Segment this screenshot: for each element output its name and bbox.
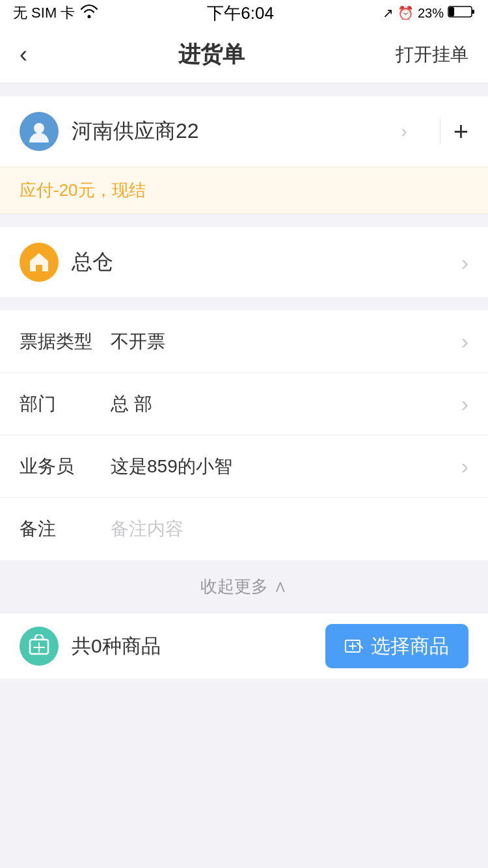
form-section: 票据类型 不开票 部门 总 部 业务员 这是859的小智 备注 备注内容	[0, 310, 488, 560]
bottom-bar: 共0种商品 选择商品	[0, 614, 488, 679]
supplier-chevron-icon: ›	[401, 121, 407, 142]
main-background	[0, 679, 488, 868]
remark-row[interactable]: 备注 备注内容	[0, 498, 488, 560]
invoice-type-row[interactable]: 票据类型 不开票	[0, 310, 488, 373]
warehouse-name: 总仓	[72, 248, 461, 277]
warehouse-chevron-icon	[461, 250, 468, 275]
salesperson-label: 业务员	[20, 454, 111, 479]
remark-label: 备注	[20, 517, 111, 541]
supplier-row[interactable]: 河南供应商22 › +	[0, 96, 488, 167]
wifi-icon	[80, 4, 98, 22]
department-row[interactable]: 部门 总 部	[0, 373, 488, 435]
department-label: 部门	[20, 392, 111, 416]
page-title: 进货单	[178, 40, 245, 70]
invoice-type-label: 票据类型	[20, 329, 111, 354]
supplier-notice: 应付-20元，现结	[0, 167, 488, 214]
salesperson-row[interactable]: 业务员 这是859的小智	[0, 435, 488, 498]
add-supplier-button[interactable]: +	[454, 117, 468, 146]
status-left: 无 SIM 卡	[13, 3, 98, 23]
status-bar: 无 SIM 卡 下午6:04 ↗ ⏰ 23%	[0, 0, 488, 26]
department-value: 总 部	[111, 392, 461, 416]
supplier-section: 河南供应商22 › + 应付-20元，现结	[0, 96, 488, 214]
battery-icon	[448, 5, 475, 22]
supplier-avatar	[20, 112, 59, 151]
battery-label: 23%	[418, 6, 444, 21]
back-button[interactable]: ‹	[20, 41, 27, 68]
supplier-divider	[440, 118, 441, 144]
location-icon: ↗	[383, 5, 394, 21]
svg-rect-2	[449, 7, 454, 16]
collapse-row[interactable]: 收起更多 ∧	[0, 560, 488, 612]
remark-input[interactable]: 备注内容	[111, 517, 468, 541]
warehouse-section: 总仓	[0, 227, 488, 297]
section-gap-1	[0, 83, 488, 96]
svg-rect-4	[36, 265, 42, 271]
product-count-label: 共0种商品	[72, 633, 325, 660]
open-pending-button[interactable]: 打开挂单	[396, 42, 468, 67]
warehouse-row[interactable]: 总仓	[0, 227, 488, 297]
svg-point-3	[34, 123, 44, 133]
invoice-type-chevron-icon	[461, 329, 468, 354]
salesperson-value: 这是859的小智	[111, 454, 461, 479]
alarm-icon: ⏰	[398, 5, 414, 21]
status-time: 下午6:04	[207, 2, 274, 25]
supplier-name: 河南供应商22	[72, 117, 401, 146]
status-right: ↗ ⏰ 23%	[383, 5, 475, 22]
department-chevron-icon	[461, 391, 468, 416]
svg-rect-1	[472, 10, 474, 14]
salesperson-chevron-icon	[461, 454, 468, 479]
select-product-button[interactable]: 选择商品	[325, 624, 468, 668]
nav-bar: ‹ 进货单 打开挂单	[0, 26, 488, 83]
warehouse-icon	[20, 243, 59, 282]
select-product-label: 选择商品	[371, 633, 449, 660]
invoice-type-value: 不开票	[111, 329, 461, 354]
product-icon	[20, 627, 59, 666]
sim-label: 无 SIM 卡	[13, 3, 75, 23]
collapse-label: 收起更多 ∧	[200, 575, 287, 598]
